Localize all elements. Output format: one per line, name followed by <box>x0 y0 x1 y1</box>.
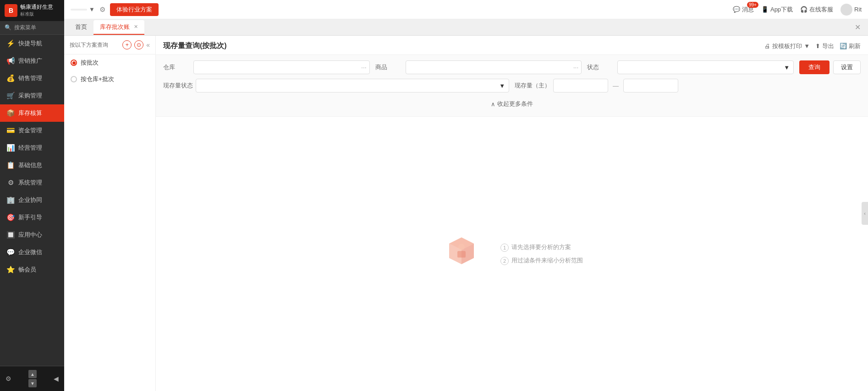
topbar-gear-icon[interactable]: ⚙ <box>99 5 105 14</box>
sidebar-footer: ⚙ ▲ ▼ ◀ <box>0 366 64 391</box>
refresh-button[interactable]: 🔄 刷新 <box>840 42 861 50</box>
collapse-more-button[interactable]: ∧ 收起更多条件 <box>163 97 861 111</box>
cube-svg <box>441 231 482 272</box>
goods-input[interactable] <box>409 64 571 71</box>
settings-button[interactable]: 设置 <box>833 60 861 74</box>
filter-settings-button[interactable]: ⊙ <box>134 40 143 49</box>
inventory-status-select[interactable]: ▼ <box>196 79 509 92</box>
dropdown-text <box>71 9 87 11</box>
sidebar-item-label: 库存核算 <box>18 109 42 117</box>
scroll-buttons: ▲ ▼ <box>28 370 37 387</box>
sidebar-item-appcenter[interactable]: 🔲 应用中心 <box>0 226 64 244</box>
query-button[interactable]: 查询 <box>799 60 830 74</box>
chevron-down-icon: ▼ <box>89 6 95 13</box>
export-label: 导出 <box>822 42 834 50</box>
tab-bar-close-button[interactable]: ✕ <box>852 23 863 32</box>
sidebar-item-enterprise[interactable]: 🏢 企业协同 <box>0 191 64 209</box>
warehouse-dots-icon[interactable]: ··· <box>361 64 367 71</box>
sidebar-item-sales[interactable]: 💰 销售管理 <box>0 70 64 87</box>
filter-item-by-warehouse-batch[interactable]: 按仓库+批次 <box>64 71 155 87</box>
online-service-label: 在线客服 <box>809 5 833 14</box>
sidebar-item-label: 资金管理 <box>18 126 42 135</box>
app-download-button[interactable]: 📱 App下载 <box>761 5 793 14</box>
sidebar-item-operation[interactable]: 📊 经营管理 <box>0 139 64 157</box>
sidebar-item-label: 经营管理 <box>18 144 42 152</box>
main-area: ▼ ⚙ 体验行业方案 💬 消息 99+ 📱 App下载 🎧 在线客服 Rit <box>64 0 868 391</box>
tab-inventory-batch-label: 库存批次账 <box>100 23 130 31</box>
tip-2-num: 2 <box>500 257 509 265</box>
export-icon: ⬆ <box>815 43 820 49</box>
sidebar-item-marketing[interactable]: 📢 营销推广 <box>0 52 64 70</box>
side-collapse-handle[interactable]: ‹ <box>862 202 868 225</box>
inventory-icon: 📦 <box>6 109 15 117</box>
user-menu[interactable]: Rit <box>841 4 862 16</box>
collapse-up-icon: ∧ <box>491 101 495 108</box>
sidebar-item-wechat[interactable]: 💬 企业微信 <box>0 244 64 261</box>
avatar <box>841 4 852 16</box>
headphone-icon: 🎧 <box>800 6 808 13</box>
tab-home[interactable]: 首页 <box>69 20 93 35</box>
quantity-max-input[interactable] <box>623 79 678 92</box>
empty-illustration <box>441 231 487 277</box>
try-industry-button[interactable]: 体验行业方案 <box>110 3 159 16</box>
filter-item-by-batch[interactable]: 按批次 <box>64 54 155 71</box>
sidebar-item-basic[interactable]: 📋 基础信息 <box>0 157 64 174</box>
tab-home-label: 首页 <box>75 23 87 31</box>
add-filter-button[interactable]: + <box>122 40 132 49</box>
filter-panel: 按以下方案查询 + ⊙ « 按批次 按仓库+批次 <box>64 36 156 391</box>
sidebar-item-label: 应用中心 <box>18 231 42 239</box>
inventory-status-chevron-icon: ▼ <box>499 82 505 89</box>
sidebar-item-finance[interactable]: 💳 资金管理 <box>0 122 64 139</box>
search-menu[interactable]: 🔍 搜索菜单 <box>0 21 64 35</box>
sidebar-collapse-icon[interactable]: ◀ <box>54 375 59 382</box>
page-header: 现存量查询(按批次) 🖨 按模板打印 ▼ ⬆ 导出 🔄 刷新 <box>156 36 868 55</box>
goods-dots-icon[interactable]: ··· <box>573 64 579 71</box>
sidebar-item-inventory[interactable]: 📦 库存核算 <box>0 104 64 122</box>
warehouse-input-wrapper[interactable]: ··· <box>193 60 370 74</box>
topbar-dropdown[interactable]: ▼ <box>71 6 95 13</box>
warehouse-input[interactable] <box>197 64 359 71</box>
sidebar-item-label: 快捷导航 <box>18 39 42 48</box>
sidebar-item-label: 新手引导 <box>18 213 42 222</box>
chevron-down-icon: ▼ <box>804 43 810 49</box>
quantity-min-input[interactable] <box>553 79 608 92</box>
export-button[interactable]: ⬆ 导出 <box>815 42 834 50</box>
quantity-label: 现存量（主） <box>515 81 550 90</box>
sidebar-item-quick-nav[interactable]: ⚡ 快捷导航 <box>0 35 64 52</box>
empty-state: 1 请先选择要分析的方案 2 用过滤条件来缩小分析范围 <box>156 117 868 391</box>
status-chevron-icon: ▼ <box>784 64 790 71</box>
search-area-wrapper: 仓库 ··· 商品 ··· <box>156 55 868 117</box>
tab-inventory-batch[interactable]: 库存批次账 ✕ <box>93 20 144 35</box>
status-select[interactable]: ▼ <box>617 60 794 74</box>
sidebar-nav: ⚡ 快捷导航 📢 营销推广 💰 销售管理 🛒 采购管理 📦 库存核算 💳 资金管… <box>0 35 64 366</box>
sidebar-item-label: 畅会员 <box>18 266 36 274</box>
online-service-button[interactable]: 🎧 在线客服 <box>800 5 833 14</box>
message-button[interactable]: 💬 消息 99+ <box>733 5 754 14</box>
tab-close-icon[interactable]: ✕ <box>134 24 138 30</box>
basic-icon: 📋 <box>6 161 15 169</box>
finance-icon: 💳 <box>6 126 15 135</box>
warehouse-field: 仓库 ··· <box>163 60 370 74</box>
footer-settings-icon[interactable]: ⚙ <box>5 375 11 382</box>
refresh-label: 刷新 <box>849 42 861 50</box>
filter-collapse-button[interactable]: « <box>146 41 150 49</box>
enterprise-icon: 🏢 <box>6 196 15 204</box>
goods-field: 商品 ··· <box>375 60 582 74</box>
sidebar-item-purchase[interactable]: 🛒 采购管理 <box>0 87 64 104</box>
app-download-label: App下载 <box>770 5 793 14</box>
scroll-down-button[interactable]: ▼ <box>28 379 37 387</box>
sidebar-item-system[interactable]: ⚙ 系统管理 <box>0 174 64 191</box>
filter-panel-header: 按以下方案查询 + ⊙ « <box>64 36 155 54</box>
print-button[interactable]: 🖨 按模板打印 ▼ <box>764 42 810 50</box>
print-label: 按模板打印 <box>772 42 802 50</box>
svg-point-5 <box>458 244 465 250</box>
print-icon: 🖨 <box>764 43 770 49</box>
sidebar-item-newguide[interactable]: 🎯 新手引导 <box>0 209 64 226</box>
goods-input-wrapper[interactable]: ··· <box>406 60 582 74</box>
appcenter-icon: 🔲 <box>6 231 15 239</box>
sidebar-item-member[interactable]: ⭐ 畅会员 <box>0 261 64 278</box>
scroll-up-button[interactable]: ▲ <box>28 370 37 378</box>
goods-label: 商品 <box>375 63 403 71</box>
operation-icon: 📊 <box>6 144 15 152</box>
topbar-right: 💬 消息 99+ 📱 App下载 🎧 在线客服 Rit <box>733 4 862 16</box>
